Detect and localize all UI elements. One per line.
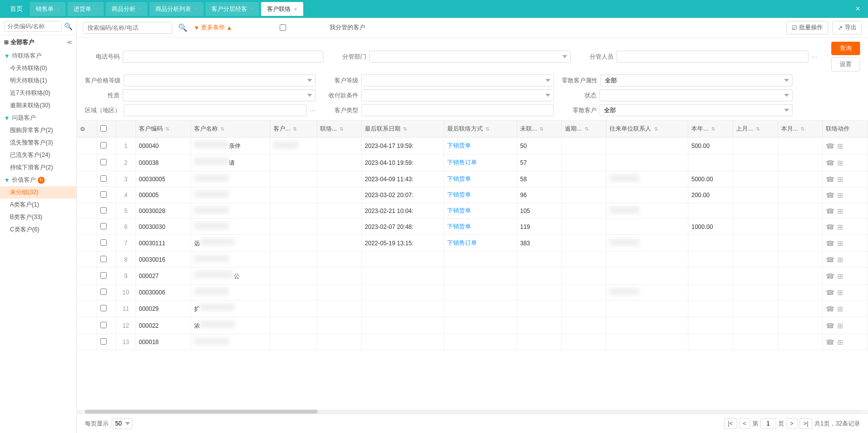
close-purchase-tab[interactable]: ×: [94, 2, 97, 16]
th-unitcontact[interactable]: 往来单位联系人 ⇅: [606, 121, 688, 138]
call-icon[interactable]: ☎: [826, 239, 834, 247]
th-lastdate[interactable]: 最后联系日期 ⇅: [362, 121, 444, 138]
sidebar-section-problem[interactable]: ▼ 问题客户: [0, 112, 76, 124]
filter-nature-select[interactable]: [123, 89, 316, 101]
sidebar-search-input[interactable]: [4, 21, 62, 32]
search-btn-icon[interactable]: 🔍: [178, 23, 188, 32]
filter-status-select[interactable]: [600, 89, 793, 101]
row-checkbox[interactable]: [100, 322, 107, 328]
filter-price-level-select[interactable]: [124, 74, 316, 86]
th-lastmonth[interactable]: 上月... ⇅: [733, 121, 778, 138]
row-check[interactable]: [97, 154, 116, 171]
batch-op-btn[interactable]: ☑ 批量操作: [786, 21, 828, 34]
call-icon[interactable]: ☎: [826, 305, 834, 313]
call-icon[interactable]: ☎: [826, 256, 834, 264]
row-check[interactable]: [97, 300, 116, 317]
row-checkbox[interactable]: [100, 207, 107, 214]
close-customer-contact-tab[interactable]: ×: [294, 2, 297, 16]
th-thisyear[interactable]: 本年... ⇅: [688, 121, 733, 138]
call-icon[interactable]: ☎: [826, 338, 834, 346]
row-check[interactable]: [97, 235, 116, 252]
grid-action-icon[interactable]: ⊞: [837, 223, 843, 231]
row-check[interactable]: [97, 219, 116, 235]
sidebar-item-declining[interactable]: 持续下滑客户(2): [0, 161, 76, 174]
sidebar-section-pending[interactable]: ▼ 待联络客户: [0, 50, 76, 62]
query-btn[interactable]: 查询: [831, 42, 860, 55]
global-close-icon[interactable]: ×: [852, 4, 864, 13]
sidebar-item-warning[interactable]: 流失预警客户(3): [0, 137, 76, 149]
row-checkbox[interactable]: [100, 239, 107, 246]
row-checkbox[interactable]: [100, 289, 107, 295]
row-check[interactable]: [97, 252, 116, 268]
next-page-btn[interactable]: >: [786, 418, 798, 429]
grid-action-icon[interactable]: ⊞: [837, 207, 843, 215]
region-more-icon[interactable]: ···: [310, 106, 316, 114]
sidebar-item-ungroup[interactable]: 未分组(32): [0, 186, 76, 199]
th-code[interactable]: 客户编码 ⇅: [135, 121, 191, 138]
row-check[interactable]: [97, 203, 116, 219]
sidebar-item-7days[interactable]: 近7天待联络(0): [0, 87, 76, 99]
call-icon[interactable]: ☎: [826, 191, 834, 199]
row-checkbox[interactable]: [100, 256, 107, 262]
grid-action-icon[interactable]: ⊞: [837, 305, 843, 313]
grid-action-icon[interactable]: ⊞: [837, 142, 843, 150]
grid-action-icon[interactable]: ⊞: [837, 322, 843, 330]
filter-retail-attr-select[interactable]: 全部: [601, 74, 793, 86]
tab-customer-contact[interactable]: 客户联络 ×: [261, 2, 303, 16]
home-tab[interactable]: 首页: [4, 0, 29, 18]
filter-dept-select[interactable]: [369, 51, 570, 63]
call-icon[interactable]: ☎: [826, 322, 834, 330]
row-check[interactable]: [97, 334, 116, 350]
close-analysis-tab[interactable]: ×: [138, 2, 141, 16]
call-icon[interactable]: ☎: [826, 223, 834, 231]
tab-analysis[interactable]: 商品分析 ×: [106, 2, 147, 16]
row-check[interactable]: [97, 268, 116, 285]
grid-action-icon[interactable]: ⊞: [837, 289, 843, 296]
page-number-input[interactable]: [760, 418, 776, 429]
th-name[interactable]: 客户名称 ⇅: [191, 121, 270, 138]
sidebar-search-icon[interactable]: 🔍: [64, 22, 72, 30]
filter-cust-level-select[interactable]: [361, 74, 554, 86]
first-page-btn[interactable]: |<: [724, 418, 737, 429]
tab-analysis-list[interactable]: 商品分析列表 ×: [149, 2, 203, 16]
per-page-select[interactable]: 50: [112, 418, 133, 429]
call-icon[interactable]: ☎: [826, 272, 834, 280]
my-customers-checkbox[interactable]: 我分管的客户: [238, 23, 365, 32]
manager-more-icon[interactable]: ···: [811, 53, 817, 61]
close-analysis-list-tab[interactable]: ×: [194, 2, 197, 16]
sidebar-item-c-class[interactable]: C类客户(6): [0, 223, 76, 236]
row-checkbox[interactable]: [100, 191, 107, 198]
grid-action-icon[interactable]: ⊞: [837, 256, 843, 264]
grid-action-icon[interactable]: ⊞: [837, 175, 843, 183]
row-checkbox[interactable]: [100, 223, 107, 229]
tab-customer-layer[interactable]: 客户分层经客 ×: [205, 2, 259, 16]
call-icon[interactable]: ☎: [826, 175, 834, 183]
th-thismonth[interactable]: 本月... ⇅: [778, 121, 822, 138]
filter-phone-input[interactable]: [123, 51, 324, 63]
tab-sales[interactable]: 销售单 ×: [30, 2, 66, 16]
grid-action-icon[interactable]: ⊞: [837, 338, 843, 346]
row-check[interactable]: [97, 187, 116, 203]
row-checkbox[interactable]: [100, 142, 107, 148]
export-btn[interactable]: ↗ 导出: [832, 21, 862, 34]
my-customers-check[interactable]: [238, 24, 328, 31]
filter-retail-select[interactable]: 全部: [600, 104, 793, 116]
th-contact[interactable]: 联络... ⇅: [317, 121, 361, 138]
prev-page-btn[interactable]: <: [739, 418, 750, 429]
close-customer-layer-tab[interactable]: ×: [250, 2, 253, 16]
row-check[interactable]: [97, 317, 116, 334]
grid-action-icon[interactable]: ⊞: [837, 239, 843, 247]
th-custtype[interactable]: 客户... ⇅: [270, 121, 317, 138]
grid-action-icon[interactable]: ⊞: [837, 159, 843, 167]
sidebar-item-tomorrow[interactable]: 明天待联络(1): [0, 74, 76, 87]
th-notcontact[interactable]: 未联... ⇅: [517, 121, 562, 138]
sidebar-section-value[interactable]: ▼ 价值客户 ↻: [0, 174, 76, 186]
sidebar-item-b-class[interactable]: B类客户(33): [0, 211, 76, 223]
th-lastmethod[interactable]: 最后联络方式 ⇅: [444, 121, 517, 138]
row-checkbox[interactable]: [100, 305, 107, 311]
last-page-btn[interactable]: >|: [800, 418, 812, 429]
sidebar-item-overdue[interactable]: 逾期未联络(30): [0, 99, 76, 112]
call-icon[interactable]: ☎: [826, 142, 834, 150]
sidebar-all-customers[interactable]: ⊞ 全部客户 ≪: [0, 35, 76, 50]
row-check[interactable]: [97, 138, 116, 154]
